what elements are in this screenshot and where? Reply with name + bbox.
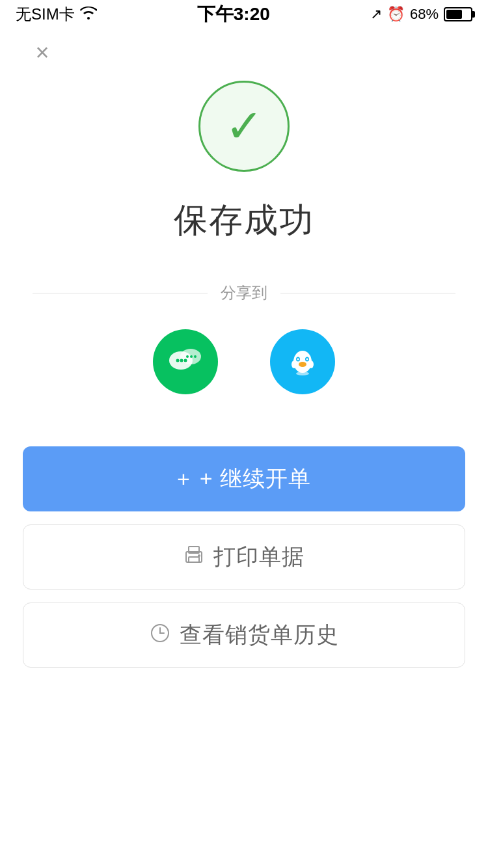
main-content: ✓ 保存成功 分享到 xyxy=(0,29,488,668)
print-label: 打印单据 xyxy=(213,542,305,572)
carrier-text: 无SIM卡 xyxy=(16,4,75,25)
battery-percent: 68% xyxy=(410,6,439,23)
wechat-share-button[interactable] xyxy=(153,329,218,394)
wifi-icon xyxy=(80,7,97,23)
plus-icon: + xyxy=(177,467,191,492)
status-time: 下午3:20 xyxy=(197,2,270,27)
location-icon: ↗ xyxy=(370,6,382,23)
qq-icon xyxy=(284,344,321,380)
qq-share-button[interactable] xyxy=(270,329,335,394)
status-bar: 无SIM卡 下午3:20 ↗ ⏰ 68% xyxy=(0,0,488,29)
close-icon: × xyxy=(35,41,49,64)
printer-icon xyxy=(183,545,204,569)
print-button[interactable]: 打印单据 xyxy=(23,524,465,590)
status-left: 无SIM卡 xyxy=(16,4,97,25)
svg-point-20 xyxy=(198,554,200,557)
svg-point-6 xyxy=(190,355,193,358)
battery-icon xyxy=(444,7,472,21)
close-button[interactable]: × xyxy=(26,36,59,69)
continue-order-label: + 继续开单 xyxy=(200,464,311,494)
svg-rect-18 xyxy=(189,557,199,562)
svg-point-7 xyxy=(194,355,197,358)
divider-line-left xyxy=(33,293,208,293)
svg-point-3 xyxy=(180,359,183,362)
svg-point-14 xyxy=(291,360,297,368)
svg-point-11 xyxy=(297,359,299,360)
continue-order-button[interactable]: + + 继续开单 xyxy=(23,446,465,511)
svg-point-4 xyxy=(184,359,187,362)
alarm-icon: ⏰ xyxy=(387,6,405,23)
success-circle: ✓ xyxy=(198,81,290,172)
share-icons xyxy=(153,329,335,394)
svg-point-12 xyxy=(306,359,308,360)
checkmark-icon: ✓ xyxy=(225,103,264,149)
history-icon xyxy=(150,623,170,648)
history-label: 查看销货单历史 xyxy=(180,620,339,650)
svg-point-15 xyxy=(308,360,314,368)
history-button[interactable]: 查看销货单历史 xyxy=(23,603,465,668)
share-divider: 分享到 xyxy=(0,282,488,303)
svg-point-16 xyxy=(296,372,309,375)
svg-point-2 xyxy=(176,359,180,362)
success-title: 保存成功 xyxy=(174,198,314,243)
svg-point-13 xyxy=(299,362,306,367)
action-buttons: + + 继续开单 打印单据 查看销货单历史 xyxy=(23,446,465,668)
status-right: ↗ ⏰ 68% xyxy=(370,6,472,23)
svg-point-5 xyxy=(186,355,189,358)
wechat-icon xyxy=(166,342,205,381)
divider-line-right xyxy=(280,293,455,293)
share-label: 分享到 xyxy=(208,282,280,303)
